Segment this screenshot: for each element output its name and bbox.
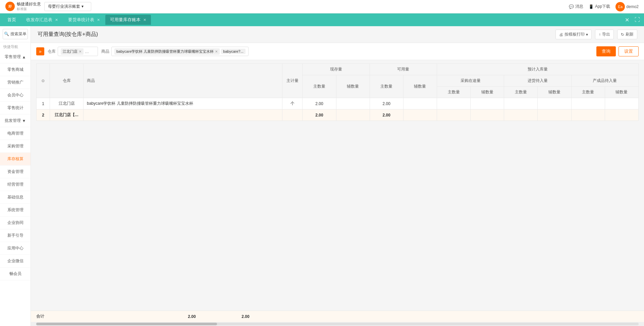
warehouse-filter-input[interactable]: 江北门店 ✕ ... (58, 47, 98, 56)
table-header-row-1: ⚙ 仓库 商品 主计量 现存量 (37, 64, 639, 75)
row-2-warehouse: 江北门店【... (50, 109, 84, 121)
col-unit-header: 主计量 (282, 64, 303, 98)
row-2-inbound-aux (538, 109, 571, 121)
chevron-icon-2: ▼ (22, 119, 26, 123)
sidebar-item-member-center[interactable]: 会员中心 (0, 89, 31, 102)
sidebar-item-vip-member[interactable]: 畅会员 (0, 268, 31, 280)
col-current-stock-header: 现存量 (303, 64, 370, 75)
sidebar-item-inventory-label: 库存核算 (7, 156, 23, 162)
refresh-btn[interactable]: ↻ 刷新 (617, 30, 637, 39)
row-1-inbound-aux (538, 98, 571, 109)
col-settings-header[interactable]: ⚙ (37, 64, 50, 98)
message-label: 消息 (575, 4, 583, 9)
settings-btn[interactable]: 设置 (619, 46, 639, 56)
refresh-icon: ↻ (621, 32, 624, 37)
tab-order-stats[interactable]: 要货单统计表 ✕ (63, 15, 105, 25)
tab-receive-send[interactable]: 收发存汇总表 ✕ (21, 15, 63, 25)
scrollbar-thumb[interactable] (36, 323, 217, 325)
row-2-product (84, 109, 282, 121)
sidebar-item-purchase-mgmt[interactable]: 采购管理 (0, 140, 31, 153)
message-btn[interactable]: 💬 消息 (569, 4, 583, 9)
sidebar-item-vip-member-label: 畅会员 (9, 271, 21, 277)
industry-selector-label: 母婴行业演示账套 (48, 4, 80, 9)
sidebar-item-enterprise-wechat[interactable]: 企业微信 (0, 255, 31, 268)
row-1-product-main (571, 98, 605, 109)
row-2-purchase-aux (471, 109, 504, 121)
sidebar-item-enterprise-coop[interactable]: 企业协同 (0, 217, 31, 229)
sidebar-item-ecommerce[interactable]: 电商管理 (0, 127, 31, 140)
template-print-btn[interactable]: 🖨 按模板打印 ▾ (555, 30, 592, 39)
product-tag-1-close[interactable]: ✕ (215, 50, 218, 53)
sidebar-item-retail-mgmt[interactable]: 零售管理 ▲ (0, 51, 31, 63)
tab-bar-right: ✕ ⛶ (624, 16, 641, 24)
tab-order-stats-label: 要货单统计表 (68, 17, 94, 23)
gear-icon[interactable]: ⚙ (41, 79, 45, 83)
row-2-avail-aux (403, 109, 437, 121)
row-1-stock-aux (336, 98, 370, 109)
close-all-tabs-btn[interactable]: ✕ (624, 16, 631, 24)
export-label: 导出 (602, 32, 610, 37)
col-product-main-header: 主数量 (571, 87, 605, 98)
sidebar-item-enterprise-coop-label: 企业协同 (7, 220, 23, 226)
tab-available-stock[interactable]: 可用量库存账本 ✕ (105, 15, 151, 25)
app-download-label: App下载 (595, 4, 610, 9)
product-tag-1-value: babycare学饮杯 儿童防摔防撞吸管杯重力球吸嘴杯宝宝水杯 (116, 49, 214, 54)
row-1-unit: 个 (282, 98, 303, 109)
tab-order-stats-close[interactable]: ✕ (97, 18, 100, 22)
scrollbar-track (36, 323, 639, 325)
sidebar-item-marketing[interactable]: 营销推广 (0, 76, 31, 89)
sidebar-item-finance-mgmt[interactable]: 资金管理 (0, 166, 31, 178)
row-1-warehouse: 江北门店 (50, 98, 84, 109)
page-header: 可用量查询(按仓库+商品) 🖨 按模板打印 ▾ ↑ 导出 ↻ 刷新 (31, 26, 644, 43)
sidebar-item-inventory[interactable]: 库存核算 (0, 153, 31, 166)
product-tag-2: babycare?... (221, 49, 246, 54)
sidebar-item-new-guide[interactable]: 新手引导 (0, 229, 31, 242)
product-filter-input[interactable]: babycare学饮杯 儿童防摔防撞吸管杯重力球吸嘴杯宝宝水杯 ✕ babyca… (111, 47, 249, 56)
col-purchase-aux-header: 辅数量 (471, 87, 504, 98)
filter-expand-btn[interactable]: » (36, 47, 44, 55)
row-2-unit (282, 109, 303, 121)
template-print-label: 按模板打印 (565, 32, 585, 37)
tab-available-stock-close[interactable]: ✕ (143, 18, 146, 22)
tab-bar: 首页 收发存汇总表 ✕ 要货单统计表 ✕ 可用量库存账本 ✕ ✕ ⛶ (0, 13, 644, 26)
tab-home[interactable]: 首页 (3, 15, 21, 25)
sidebar-item-retail-mall[interactable]: 零售商城 (0, 63, 31, 76)
row-1-stock-main: 2.00 (303, 98, 336, 109)
tab-receive-send-close[interactable]: ✕ (55, 18, 58, 22)
industry-selector[interactable]: 母婴行业演示账套 ▾ (44, 2, 91, 11)
sidebar-item-ecommerce-label: 电商管理 (7, 131, 23, 136)
sidebar-item-operations-mgmt[interactable]: 经营管理 (0, 178, 31, 191)
chevron-icon: ▲ (22, 55, 26, 59)
app-download-btn[interactable]: 📱 App下载 (589, 4, 610, 9)
maximize-btn[interactable]: ⛶ (633, 16, 641, 24)
warehouse-tag-value: 江北门店 (63, 49, 77, 54)
warehouse-tag-close[interactable]: ✕ (79, 50, 82, 53)
sidebar-item-basic-info[interactable]: 基础信息 (0, 191, 31, 204)
col-warehouse-header: 仓库 (50, 64, 84, 98)
refresh-label: 刷新 (626, 32, 634, 37)
export-btn[interactable]: ↑ 导出 (595, 30, 614, 39)
row-2-product-aux (605, 109, 638, 121)
avatar-text: Ea (618, 5, 623, 9)
sidebar-item-app-center[interactable]: 应用中心 (0, 242, 31, 255)
print-icon: 🖨 (559, 32, 563, 37)
sidebar-item-retail-stats[interactable]: 零售统计 (0, 102, 31, 114)
sidebar-search-btn[interactable]: 🔍 搜索菜单 (3, 29, 28, 39)
sidebar-item-system-mgmt[interactable]: 系统管理 (0, 204, 31, 217)
col-available-header: 可用量 (370, 64, 437, 75)
product-tag-1: babycare学饮杯 儿童防摔防撞吸管杯重力球吸嘴杯宝宝水杯 ✕ (114, 48, 220, 55)
user-area[interactable]: Ea demo2 (615, 2, 639, 11)
sidebar-item-wholesale-mgmt[interactable]: 批发管理 ▼ (0, 114, 31, 127)
search-icon: 🔍 (4, 32, 10, 36)
row-2-avail-main: 2.00 (370, 109, 403, 121)
filter-more-icon[interactable]: ... (85, 49, 89, 54)
query-btn[interactable]: 查询 (596, 46, 616, 56)
top-bar: 好 畅捷通好生意 标准版 母婴行业演示账套 ▾ 💬 消息 📱 App下载 Ea … (0, 0, 644, 13)
col-inbound-aux-header: 辅数量 (538, 87, 571, 98)
logo-text-area: 畅捷通好生意 标准版 (17, 2, 41, 11)
export-icon: ↑ (599, 32, 601, 37)
sidebar-item-enterprise-wechat-label: 企业微信 (7, 258, 23, 264)
horizontal-scrollbar[interactable] (31, 322, 644, 326)
col-planned-inbound-header: 预计入库量 (437, 64, 639, 75)
logo-area: 好 畅捷通好生意 标准版 (5, 2, 41, 11)
